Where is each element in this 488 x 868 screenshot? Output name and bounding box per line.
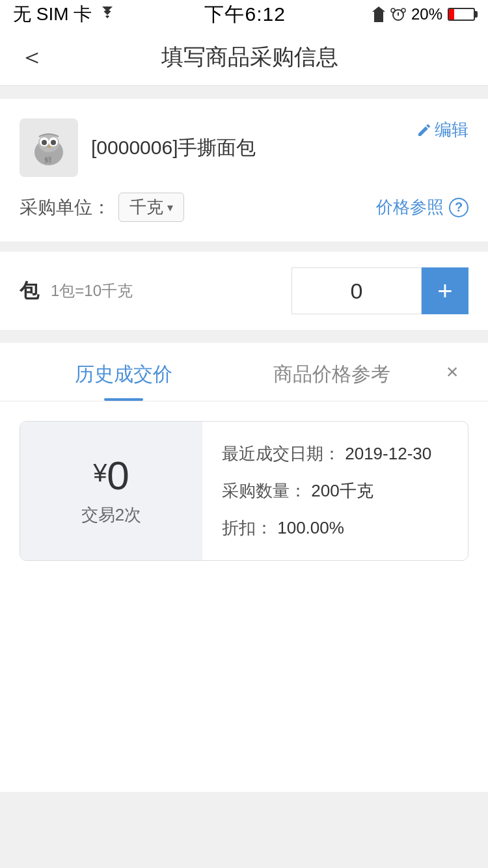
- battery-icon: [448, 8, 475, 21]
- quantity-value: 0: [351, 278, 363, 304]
- product-section: 鲜 [0000006]手撕面包 编辑 采购单位： 千克 ▾ 价格参照 ?: [0, 99, 488, 241]
- product-header: 鲜 [0000006]手撕面包 编辑: [20, 118, 468, 177]
- price-display: ¥0: [93, 455, 129, 496]
- svg-text:鲜: 鲜: [44, 156, 52, 165]
- product-meta: 采购单位： 千克 ▾ 价格参照 ?: [20, 193, 468, 222]
- info-icon: ?: [449, 198, 468, 217]
- price-card-container: ¥0 交易2次 最近成交日期： 2019-12-30 采购数量： 200千克 折…: [0, 401, 488, 580]
- price-card-right: 最近成交日期： 2019-12-30 采购数量： 200千克 折扣： 100.0…: [202, 422, 468, 560]
- carrier-text: 无 SIM 卡: [13, 2, 92, 27]
- price-reference-link[interactable]: 价格参照 ?: [376, 196, 468, 219]
- nav-bar: ＜ 填写商品采购信息: [0, 29, 488, 86]
- tab-header: 历史成交价 商品价格参考 ×: [0, 343, 488, 401]
- product-name-container: [0000006]手撕面包: [91, 135, 256, 161]
- product-thumbnail: 鲜: [20, 118, 78, 177]
- unit-select-dropdown[interactable]: 千克 ▾: [118, 193, 184, 222]
- edit-button[interactable]: 编辑: [416, 118, 468, 141]
- purchase-qty-row: 采购数量： 200千克: [222, 478, 448, 504]
- location-icon: [372, 7, 385, 22]
- price-ref-label: 价格参照: [376, 196, 444, 219]
- purchase-unit-label: 采购单位：: [20, 195, 111, 220]
- tab-content-area: ¥0 交易2次 最近成交日期： 2019-12-30 采购数量： 200千克 折…: [0, 401, 488, 792]
- edit-icon: [416, 122, 432, 138]
- purchase-qty-label: 采购数量：: [222, 481, 306, 500]
- price-card-left: ¥0 交易2次: [20, 422, 202, 560]
- recent-date-value: 2019-12-30: [345, 444, 431, 463]
- battery-percent: 20%: [411, 5, 442, 23]
- quantity-plus-button[interactable]: +: [422, 267, 468, 314]
- product-full-name: [0000006]手撕面包: [91, 135, 256, 161]
- recent-date-label: 最近成交日期：: [222, 444, 340, 463]
- discount-label: 折扣：: [222, 518, 273, 537]
- discount-row: 折扣： 100.00%: [222, 515, 448, 541]
- quantity-section: 包 1包=10千克 0 +: [0, 252, 488, 330]
- page-title: 填写商品采购信息: [57, 42, 442, 72]
- svg-point-9: [51, 140, 56, 145]
- wifi-icon: [97, 7, 118, 22]
- tab-history-price[interactable]: 历史成交价: [20, 343, 228, 401]
- recent-date-row: 最近成交日期： 2019-12-30: [222, 441, 448, 467]
- unit-value: 千克: [129, 196, 163, 219]
- tab1-label: 历史成交价: [75, 363, 172, 385]
- unit-label: 包 1包=10千克: [20, 278, 133, 305]
- time-display: 下午6:12: [204, 1, 285, 28]
- purchase-unit: 采购单位： 千克 ▾: [20, 193, 184, 222]
- tab-close-button[interactable]: ×: [436, 356, 468, 388]
- svg-point-8: [42, 140, 47, 145]
- status-left: 无 SIM 卡: [13, 2, 118, 27]
- status-right: 20%: [372, 5, 475, 23]
- dropdown-arrow-icon: ▾: [167, 200, 173, 215]
- quantity-input[interactable]: 0: [291, 267, 422, 314]
- currency-symbol: ¥: [93, 461, 107, 485]
- price-amount: 0: [107, 453, 129, 498]
- quantity-controls: 0 +: [291, 267, 468, 314]
- svg-point-3: [401, 8, 405, 12]
- close-icon: ×: [446, 360, 459, 384]
- svg-point-2: [391, 8, 395, 12]
- tab-section: 历史成交价 商品价格参考 × ¥0 交易2次 最近成交日期： 2019: [0, 343, 488, 792]
- purchase-qty-value: 200千克: [311, 481, 373, 500]
- edit-label: 编辑: [435, 118, 468, 141]
- tab2-label: 商品价格参考: [273, 363, 390, 385]
- product-thumb-icon: 鲜: [26, 125, 72, 170]
- status-bar: 无 SIM 卡 下午6:12 20%: [0, 0, 488, 29]
- plus-icon: +: [437, 277, 452, 306]
- discount-value: 100.00%: [277, 518, 344, 537]
- back-button[interactable]: ＜: [20, 40, 57, 74]
- unit-conversion: 1包=10千克: [51, 280, 133, 301]
- unit-name: 包: [20, 278, 39, 305]
- product-left: 鲜 [0000006]手撕面包: [20, 118, 256, 177]
- section-divider: [0, 241, 488, 252]
- tab-product-price-ref[interactable]: 商品价格参考: [228, 343, 436, 401]
- price-card: ¥0 交易2次 最近成交日期： 2019-12-30 采购数量： 200千克 折…: [20, 421, 468, 561]
- alarm-icon: [390, 7, 406, 22]
- trade-count: 交易2次: [81, 504, 141, 526]
